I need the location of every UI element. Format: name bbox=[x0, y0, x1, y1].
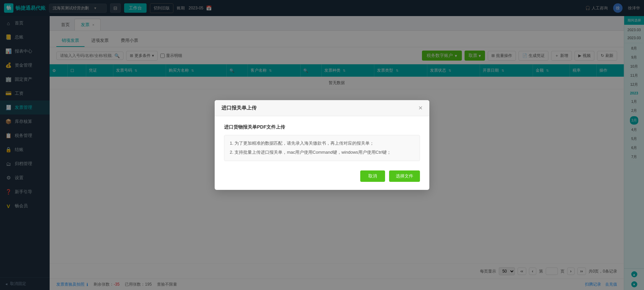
modal-title: 进口报关单上传 bbox=[221, 105, 257, 111]
modal-select-file-button[interactable]: 选择文件 bbox=[389, 170, 420, 182]
import-customs-modal: 进口报关单上传 ✕ 进口货物报关单PDF文件上传 1. 为了更加精准的数据匹配，… bbox=[215, 100, 429, 190]
modal-header: 进口报关单上传 ✕ bbox=[215, 100, 429, 116]
modal-section-title: 进口货物报关单PDF文件上传 bbox=[224, 124, 420, 130]
modal-footer: 取消 选择文件 bbox=[224, 168, 420, 183]
modal-close-button[interactable]: ✕ bbox=[418, 105, 423, 111]
modal-info-item-1: 1. 为了更加精准的数据匹配，请先录入海关缴款书，再上传对应的报关单； bbox=[230, 140, 414, 147]
modal-body: 进口货物报关单PDF文件上传 1. 为了更加精准的数据匹配，请先录入海关缴款书，… bbox=[215, 116, 429, 190]
modal-overlay: 进口报关单上传 ✕ 进口货物报关单PDF文件上传 1. 为了更加精准的数据匹配，… bbox=[0, 0, 644, 290]
modal-info-item-2: 2. 支持批量上传进口报关单，mac用户使用Command键，windows用户… bbox=[230, 149, 414, 156]
modal-info-box: 1. 为了更加精准的数据匹配，请先录入海关缴款书，再上传对应的报关单； 2. 支… bbox=[224, 135, 420, 161]
modal-cancel-button[interactable]: 取消 bbox=[360, 170, 385, 182]
